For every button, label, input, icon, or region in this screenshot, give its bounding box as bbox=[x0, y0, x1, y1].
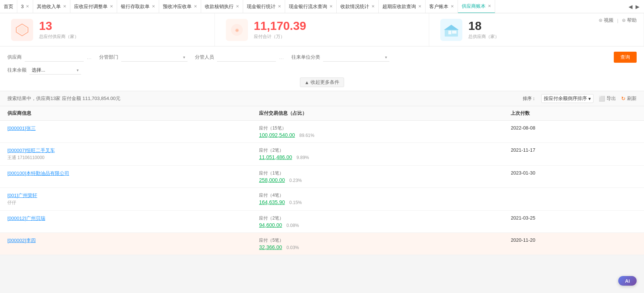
tx-amount-2[interactable]: 11,051,486.00 bbox=[259, 154, 292, 160]
nav-tab-bank-deposit[interactable]: 银行存取款单 ✕ bbox=[117, 0, 159, 13]
tx-amount-4[interactable]: 164,635.90 bbox=[259, 199, 285, 205]
result-bar: 搜索结果中，供应商13家 应付金额 111,703,854.00元 排序： 按应… bbox=[0, 91, 644, 106]
top-right-links: ⊙ 视频 | ⊙ 帮助 bbox=[599, 17, 637, 24]
tx-label-4: 应付（4笔） bbox=[259, 192, 511, 199]
video-label: 视频 bbox=[604, 17, 613, 23]
person-dots[interactable]: … bbox=[279, 54, 284, 60]
nav-tab-bank-deposit-close[interactable]: ✕ bbox=[152, 4, 155, 9]
help-link[interactable]: ⊙ 帮助 bbox=[622, 17, 637, 24]
supplier-input[interactable] bbox=[25, 53, 84, 62]
nav-tab-3-label: 3 bbox=[21, 4, 24, 9]
nav-tab-cash-bank-flow-close[interactable]: ✕ bbox=[329, 4, 333, 9]
supplier-link-1[interactable]: [000001]张三 bbox=[7, 125, 259, 132]
dept-select[interactable] bbox=[121, 53, 188, 62]
result-summary-text: 搜索结果中，供应商13家 应付金额 111,703,854.00元 bbox=[7, 95, 120, 102]
nav-tab-3-close[interactable]: ✕ bbox=[26, 4, 29, 9]
nav-tab-collection-stat-close[interactable]: ✕ bbox=[371, 4, 375, 9]
video-icon: ⊙ bbox=[599, 17, 602, 23]
nav-tab-collection-exec[interactable]: 收款核销执行 ✕ bbox=[201, 0, 243, 13]
filter-balance: 往来余额 选择... ▾ bbox=[7, 66, 81, 75]
supplier-info-3: [000100]本特勤油品有限公司 bbox=[7, 170, 259, 177]
refresh-icon: ↻ bbox=[621, 96, 626, 101]
svg-rect-7 bbox=[452, 31, 456, 34]
summary-text-ap-total: 11,170.39 应付合计（万） bbox=[254, 20, 306, 39]
supplier-link-2[interactable]: [000007]恒旺二手叉车 bbox=[7, 147, 259, 154]
table-row: [000012]广州贝瑞 应付（2笔） 94,600.00 0.08% 2021… bbox=[0, 211, 644, 233]
tx-amount-3[interactable]: 258,000.00 bbox=[259, 177, 285, 183]
supplier-info-2: [000007]恒旺二手叉车 王通 17106110000 bbox=[7, 147, 259, 161]
person-label: 分管人员 bbox=[195, 54, 214, 61]
nav-tab-other-income-close[interactable]: ✕ bbox=[63, 4, 66, 9]
balance-select[interactable]: 选择... bbox=[29, 66, 81, 75]
nav-tab-overdue-query-label: 超期应收款查询 bbox=[382, 3, 416, 10]
nav-tab-customer-account-label: 客户账本 bbox=[429, 3, 448, 10]
tx-info-4: 应付（4笔） 164,635.90 0.15% bbox=[259, 192, 511, 205]
tx-info-1: 应付（15笔） 100,092,540.00 89.61% bbox=[259, 125, 511, 138]
supplier-link-6[interactable]: [000002]李四 bbox=[7, 237, 259, 244]
nav-tab-cash-bank-flow-label: 现金银行流水查询 bbox=[289, 3, 327, 10]
last-payment-3: 2023-01-30 bbox=[511, 170, 637, 176]
nav-tab-customer-account-close[interactable]: ✕ bbox=[451, 4, 454, 9]
nav-tab-customer-account[interactable]: 客户账本 ✕ bbox=[426, 0, 458, 13]
help-icon: ⊙ bbox=[622, 17, 626, 23]
table-row: [000007]恒旺二手叉车 王通 17106110000 应付（2笔） 11,… bbox=[0, 143, 644, 166]
svg-marker-1 bbox=[18, 25, 27, 34]
sort-label: 排序： bbox=[523, 96, 536, 102]
nav-tab-ap-adjust-close[interactable]: ✕ bbox=[110, 4, 113, 9]
nav-tab-collection-exec-close[interactable]: ✕ bbox=[236, 4, 239, 9]
nav-tab-cash-bank-stat[interactable]: 现金银行统计 ✕ bbox=[243, 0, 285, 13]
nav-tab-prepay-write-off[interactable]: 预收冲应收单 ✕ bbox=[159, 0, 201, 13]
nav-tab-home[interactable]: 首页 bbox=[0, 0, 17, 13]
last-payment-date-6: 2020-11-20 bbox=[511, 237, 535, 243]
nav-tab-supplier-account-close[interactable]: ✕ bbox=[488, 4, 491, 8]
nav-prev-arrow[interactable]: ◀ bbox=[627, 4, 634, 10]
svg-marker-5 bbox=[444, 25, 459, 30]
supplier-sub-4: 仔仔 bbox=[7, 200, 259, 206]
nav-tab-other-income[interactable]: 其他收入单 ✕ bbox=[33, 0, 70, 13]
table-header: 供应商信息 应付交易信息（占比） 上次付数 bbox=[0, 106, 644, 121]
nav-tab-cash-bank-flow[interactable]: 现金银行流水查询 ✕ bbox=[285, 0, 337, 13]
export-button[interactable]: ⬜ 导出 bbox=[599, 95, 616, 102]
th-tx-info: 应付交易信息（占比） bbox=[259, 110, 511, 117]
sort-select[interactable]: 按应付余额倒序排序 ▾ bbox=[541, 94, 594, 103]
supplier-table: 供应商信息 应付交易信息（占比） 上次付数 [000001]张三 应付（15笔）… bbox=[0, 106, 644, 255]
tx-info-3: 应付（1笔） 258,000.00 0.23% bbox=[259, 170, 511, 183]
nav-next-arrow[interactable]: ▶ bbox=[634, 4, 641, 10]
filter-supplier: 供应商 … bbox=[7, 53, 92, 62]
tx-label-1: 应付（15笔） bbox=[259, 125, 511, 131]
tx-amount-5[interactable]: 94,600.00 bbox=[259, 222, 282, 228]
nav-tab-ap-adjust[interactable]: 应收应付调整单 ✕ bbox=[70, 0, 117, 13]
help-label: 帮助 bbox=[627, 17, 637, 23]
nav-tab-supplier-account[interactable]: 供应商账本 ✕ bbox=[458, 0, 495, 13]
svg-rect-6 bbox=[448, 31, 451, 34]
summary-card-ap-total: ❋ 11,170.39 应付合计（万） bbox=[215, 13, 430, 46]
tx-percent-4: 0.15% bbox=[289, 200, 302, 205]
supplier-link-3[interactable]: [000100]本特勤油品有限公司 bbox=[7, 170, 259, 177]
nav-tab-overdue-query-close[interactable]: ✕ bbox=[418, 4, 421, 9]
supplier-sub-2: 王通 17106110000 bbox=[7, 155, 259, 161]
tx-amount-6[interactable]: 32,366.00 bbox=[259, 244, 282, 250]
tx-amount-1[interactable]: 100,092,540.00 bbox=[259, 132, 295, 138]
video-link[interactable]: ⊙ 视频 bbox=[599, 17, 613, 24]
supplier-info-4: [001]广州荣轩 仔仔 bbox=[7, 192, 259, 206]
refresh-label: 刷新 bbox=[627, 95, 637, 102]
collapse-button[interactable]: ▲ 收起更多条件 bbox=[300, 77, 344, 87]
nav-tab-3[interactable]: 3 ✕ bbox=[17, 0, 33, 13]
person-input[interactable] bbox=[217, 53, 276, 62]
refresh-button[interactable]: ↻ 刷新 bbox=[621, 95, 637, 102]
last-payment-date-5: 2021-03-25 bbox=[511, 215, 535, 221]
nav-tab-cash-bank-stat-close[interactable]: ✕ bbox=[278, 4, 281, 9]
th-supplier-info: 供应商信息 bbox=[7, 110, 259, 117]
supplier-info-5: [000012]广州贝瑞 bbox=[7, 215, 259, 222]
supplier-link-5[interactable]: [000012]广州贝瑞 bbox=[7, 215, 259, 222]
nav-tab-collection-stat[interactable]: 收款情况统计 ✕ bbox=[337, 0, 379, 13]
supplier-dots[interactable]: … bbox=[87, 54, 92, 60]
export-label: 导出 bbox=[606, 95, 616, 102]
balance-label: 往来余额 bbox=[7, 67, 27, 73]
nav-tab-overdue-query[interactable]: 超期应收款查询 ✕ bbox=[379, 0, 426, 13]
supplier-link-4[interactable]: [001]广州荣轩 bbox=[7, 192, 259, 199]
category-select[interactable] bbox=[323, 53, 389, 62]
query-button[interactable]: 查询 bbox=[614, 52, 637, 63]
summary-card-suppliers-payable: 13 总应付供应商（家） bbox=[0, 13, 215, 46]
nav-tab-prepay-write-off-close[interactable]: ✕ bbox=[194, 4, 197, 9]
